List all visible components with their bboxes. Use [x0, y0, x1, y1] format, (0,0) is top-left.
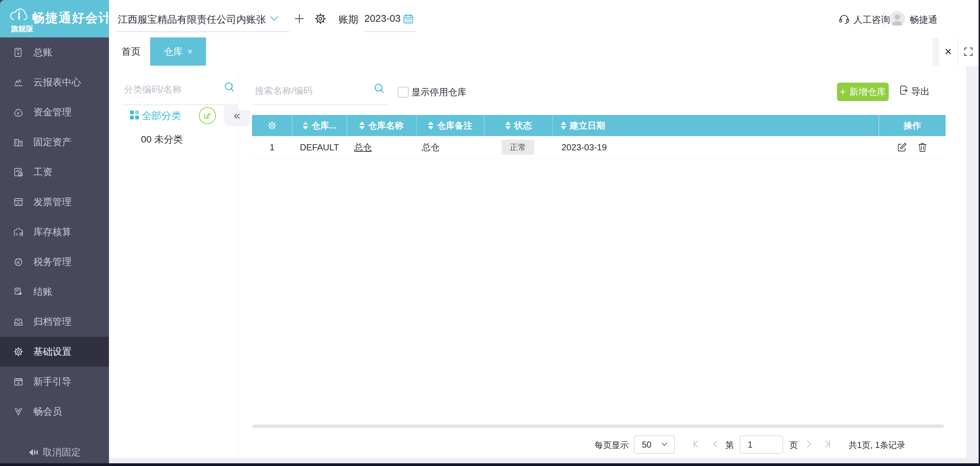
pagination-last-icon[interactable]	[822, 439, 832, 449]
table-row[interactable]: 1 DEFAULT 总仓 总仓 正常 2023-03-19	[252, 136, 946, 159]
sidebar-item-cloud-reports[interactable]: 云报表中心	[0, 67, 109, 97]
page-suffix: 页	[789, 439, 798, 451]
gear-icon	[13, 346, 24, 357]
add-warehouse-label: 新增仓库	[849, 86, 886, 98]
category-panel: 分类编码/名称 全部分类 « 00 未分类	[109, 66, 239, 458]
window-right-edge	[978, 0, 980, 466]
category-item[interactable]: 00 未分类	[141, 133, 183, 146]
add-warehouse-button[interactable]: + 新增仓库	[837, 82, 889, 101]
sidebar-item-label: 云报表中心	[33, 76, 81, 89]
period-underline	[363, 31, 416, 32]
sidebar-item-general-ledger[interactable]: ¥ 总账	[0, 37, 109, 67]
collapse-icon: «	[234, 108, 240, 122]
tax-icon: 税	[13, 257, 24, 267]
sidebar-item-invoices[interactable]: ¥ 发票管理	[0, 187, 109, 217]
sidebar-item-label: 库存核算	[33, 225, 72, 238]
page-number-input[interactable]: 1	[740, 435, 783, 454]
payroll-icon: ¥	[13, 166, 24, 178]
sidebar-item-tax[interactable]: 税 税务管理	[0, 247, 109, 277]
sidebar-item-payroll[interactable]: ¥ 工资	[0, 157, 109, 187]
column-label: 状态	[514, 120, 532, 132]
export-icon[interactable]	[898, 85, 909, 95]
sidebar-item-member[interactable]: 畅会员	[0, 396, 109, 426]
sort-icon[interactable]	[428, 121, 433, 130]
per-page-select[interactable]: 50	[634, 435, 675, 454]
bottom-band	[109, 458, 980, 463]
calendar-icon[interactable]	[402, 13, 414, 24]
edit-icon[interactable]	[897, 142, 907, 153]
account-underline	[116, 31, 290, 32]
category-search-icon[interactable]	[223, 81, 235, 94]
column-header-actions: 操作	[879, 115, 946, 136]
horizontal-scrollbar[interactable]	[252, 425, 944, 428]
unpin-sidebar-button[interactable]: 取消固定	[0, 443, 109, 462]
sidebar-item-archive[interactable]: 归档管理	[0, 307, 109, 337]
sidebar-item-guide[interactable]: 新手引导	[0, 367, 109, 396]
sort-icon[interactable]	[505, 121, 511, 130]
warehouse-table: 仓库... 仓库名称 仓库备注 状态 建立日期 操作 1	[252, 115, 946, 159]
tab-close-icon[interactable]: ×	[187, 46, 192, 57]
export-label[interactable]: 导出	[911, 86, 930, 98]
sidebar: 畅捷通好会计 旗舰版 ¥ 总账 云报表中心 ¥ 资金管理 固定资产 ¥ 工资 ¥…	[0, 0, 109, 463]
column-label: 仓库名称	[368, 120, 404, 132]
v-member-icon	[13, 406, 24, 417]
headset-icon[interactable]	[838, 13, 850, 24]
category-search-input[interactable]: 分类编码/名称	[124, 83, 182, 95]
warehouse-name-link[interactable]: 总仓	[354, 141, 372, 154]
new-account-icon[interactable]	[294, 13, 305, 24]
select-chevron-icon	[660, 442, 668, 448]
window-close-icon[interactable]: ×	[939, 37, 958, 66]
cell-name[interactable]: 总仓	[347, 141, 416, 154]
warehouse-search-icon[interactable]	[373, 82, 385, 95]
account-dropdown-icon[interactable]	[268, 15, 280, 22]
svg-text:¥: ¥	[19, 173, 21, 176]
account-settings-gear-icon[interactable]	[314, 12, 327, 25]
support-label[interactable]: 人工咨询	[853, 14, 890, 26]
sort-icon[interactable]	[359, 121, 365, 130]
tab-home[interactable]: 首页	[112, 37, 150, 66]
sort-icon[interactable]	[303, 121, 308, 130]
sidebar-item-label: 固定资产	[33, 136, 72, 149]
svg-text:税: 税	[16, 260, 20, 265]
sidebar-item-label: 畅会员	[33, 405, 62, 418]
column-header-name[interactable]: 仓库名称	[347, 115, 416, 136]
fullscreen-icon[interactable]	[959, 37, 978, 66]
warehouse-search-input[interactable]: 搜索名称/编码	[255, 85, 313, 97]
category-root[interactable]: 全部分类	[142, 109, 181, 123]
tab-warehouse[interactable]: 仓库 ×	[150, 37, 206, 66]
brand-logo: 畅捷通好会计 旗舰版	[0, 0, 109, 37]
column-label: 仓库备注	[437, 120, 472, 132]
column-header-code[interactable]: 仓库...	[293, 115, 347, 136]
period-label: 账期	[339, 13, 358, 27]
edit-categories-button[interactable]	[199, 107, 216, 124]
sort-icon[interactable]	[561, 121, 566, 130]
user-name[interactable]: 畅捷通	[910, 14, 937, 26]
invoice-icon: ¥	[13, 197, 24, 208]
right-scroll-gutter[interactable]	[966, 67, 978, 463]
pagination-next-icon[interactable]	[803, 439, 814, 449]
warehouse-icon	[13, 227, 24, 238]
sidebar-item-closing[interactable]: 结账	[0, 277, 109, 307]
column-header-status[interactable]: 状态	[485, 115, 553, 136]
account-set-name[interactable]: 江西服宝精品有限责任公司内账张	[118, 13, 266, 27]
sidebar-item-label: 基础设置	[33, 345, 72, 358]
show-disabled-checkbox[interactable]	[398, 87, 409, 98]
sidebar-item-settings[interactable]: 基础设置	[0, 337, 109, 367]
pagination-prev-icon[interactable]	[710, 439, 721, 449]
brand-name: 畅捷通好会计	[32, 10, 112, 27]
column-header-date[interactable]: 建立日期	[553, 115, 878, 136]
period-value[interactable]: 2023-03	[364, 13, 401, 24]
sidebar-item-funds[interactable]: ¥ 资金管理	[0, 97, 109, 127]
avatar[interactable]	[889, 11, 905, 27]
cell-note: 总仓	[416, 141, 484, 154]
sidebar-item-label: 工资	[33, 166, 52, 179]
column-label: 建立日期	[570, 120, 605, 132]
building-icon	[13, 137, 24, 147]
delete-icon[interactable]	[917, 142, 928, 153]
sidebar-item-fixed-assets[interactable]: 固定资产	[0, 127, 109, 157]
cell-status: 正常	[484, 140, 552, 155]
pagination-first-icon[interactable]	[691, 439, 702, 449]
sidebar-item-inventory[interactable]: 库存核算	[0, 217, 109, 247]
column-settings-gear[interactable]	[252, 115, 293, 136]
column-header-note[interactable]: 仓库备注	[417, 115, 485, 136]
